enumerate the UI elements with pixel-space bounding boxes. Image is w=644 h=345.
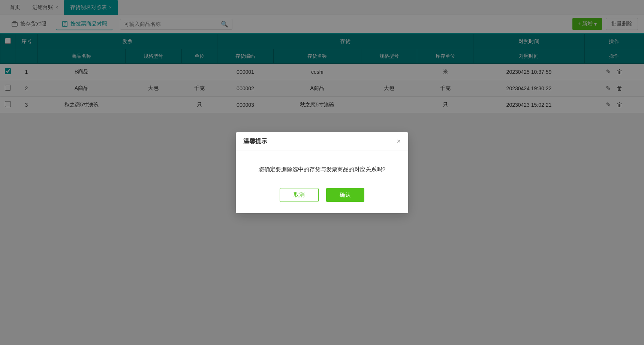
modal-overlay: 温馨提示 × 您确定要删除选中的存货与发票商品的对应关系吗? 取消 确认 [0,0,644,113]
